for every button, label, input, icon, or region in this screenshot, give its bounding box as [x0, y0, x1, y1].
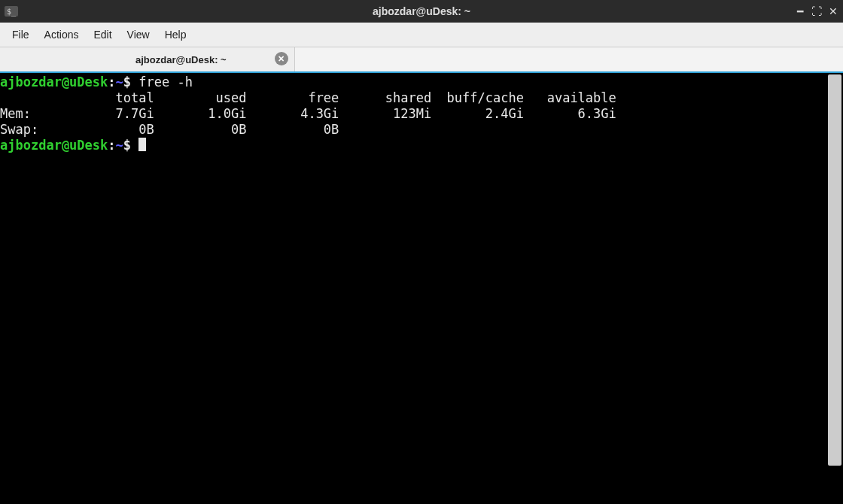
terminal-output: ajbozdar@uDesk:~$ free -h total used fre…: [0, 73, 843, 153]
maximize-button[interactable]: ⛶: [810, 5, 823, 18]
minimize-button[interactable]: ━: [793, 5, 807, 18]
terminal-area[interactable]: ajbozdar@uDesk:~$ free -h total used fre…: [0, 73, 843, 504]
menu-file[interactable]: File: [5, 26, 37, 44]
window-title: ajbozdar@uDesk: ~: [0, 5, 843, 17]
close-button[interactable]: ✕: [826, 5, 840, 18]
window-controls: ━ ⛶ ✕: [793, 0, 840, 23]
menu-view[interactable]: View: [120, 26, 157, 44]
menu-help[interactable]: Help: [157, 26, 194, 44]
terminal-tab[interactable]: ajbozdar@uDesk: ~ ✕: [0, 47, 295, 71]
tab-close-icon[interactable]: ✕: [275, 52, 288, 65]
menu-edit[interactable]: Edit: [86, 26, 119, 44]
tab-label: ajbozdar@uDesk: ~: [135, 54, 227, 65]
window-titlebar: $_ ajbozdar@uDesk: ~ ━ ⛶ ✕: [0, 0, 843, 23]
terminal-scrollbar[interactable]: [828, 74, 841, 466]
menu-actions[interactable]: Actions: [37, 26, 87, 44]
tab-bar: ajbozdar@uDesk: ~ ✕: [0, 47, 843, 73]
menubar: File Actions Edit View Help: [0, 23, 843, 47]
